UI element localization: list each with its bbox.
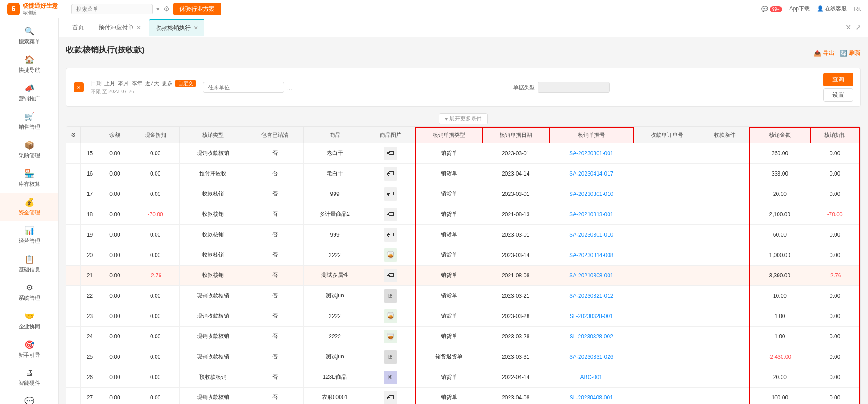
verify-bill-link[interactable]: SL-20230328-002 — [570, 333, 613, 340]
cell-settings[interactable] — [66, 285, 81, 306]
goods-img-placeholder: 🏷 — [384, 167, 397, 181]
top-search-input[interactable] — [71, 4, 153, 14]
cell-verify-bill-no[interactable]: SA-20230301-010 — [549, 224, 633, 245]
cell-settings[interactable] — [66, 387, 81, 404]
date-this-month[interactable]: 本月 — [118, 80, 129, 87]
cell-verify-bill-no[interactable]: SA-20230301-001 — [549, 143, 633, 163]
sidebar-item-6[interactable]: 💰资金管理 — [0, 193, 58, 221]
cell-verify-bill-no[interactable]: SA-20230314-008 — [549, 245, 633, 265]
cell-verify-bill-no[interactable]: SA-20210813-001 — [549, 204, 633, 224]
unit-input[interactable] — [203, 82, 284, 93]
verify-bill-link[interactable]: SA-20210808-001 — [569, 272, 613, 279]
verify-bill-link[interactable]: ABC-001 — [580, 374, 602, 380]
cell-settings[interactable] — [66, 306, 81, 326]
table-row: 25 0.00 0.00 现销收款核销 否 测试jun 图 销货退货单 2023… — [66, 347, 860, 367]
cell-num: 18 — [81, 204, 99, 224]
col-settings[interactable]: ⚙ — [66, 127, 81, 143]
settings-icon[interactable]: ⚙ — [163, 5, 170, 13]
cell-verify-bill-no[interactable]: SA-20230414-017 — [549, 163, 633, 184]
cell-verify-bill-no[interactable]: SL-20230408-001 — [549, 387, 633, 404]
sidebar-item-3[interactable]: 🛒销售管理 — [0, 107, 58, 136]
sidebar-item-2[interactable]: 📣营销推广 — [0, 79, 58, 107]
cell-goods-img: 🏷 — [366, 265, 415, 285]
verify-bill-link[interactable]: SA-20230321-012 — [569, 293, 613, 299]
cell-settings[interactable] — [66, 347, 81, 367]
cell-settings[interactable] — [66, 367, 81, 387]
app-download[interactable]: App下载 — [789, 5, 810, 13]
date-last-month[interactable]: 上月 — [104, 80, 115, 87]
cell-num: 19 — [81, 224, 99, 245]
verify-bill-link[interactable]: SL-20230408-001 — [570, 394, 613, 401]
tab-verify-close[interactable]: ✕ — [193, 25, 198, 31]
page-title: 收款核销执行(按收款) — [66, 44, 145, 55]
date-this-year[interactable]: 本年 — [132, 80, 142, 87]
cell-settings[interactable] — [66, 184, 81, 204]
cell-balance: 0.00 — [99, 184, 131, 204]
close-all-icon[interactable]: ✕ — [845, 23, 851, 32]
sidebar-item-11[interactable]: 🎯新手引导 — [0, 335, 58, 364]
sidebar-item-7[interactable]: 📊经营管理 — [0, 221, 58, 250]
cell-balance: 0.00 — [99, 245, 131, 265]
cell-verify-amount: 2,100.00 — [749, 204, 810, 224]
cell-verify-bill-no[interactable]: SA-20230321-012 — [549, 285, 633, 306]
unit-dots[interactable]: ... — [287, 84, 292, 91]
cell-settings[interactable] — [66, 143, 81, 163]
cell-cash-discount: 0.00 — [131, 347, 180, 367]
query-button[interactable]: 查询 — [823, 73, 853, 86]
export-btn[interactable]: 📤 导出 — [814, 49, 835, 57]
dropdown-arrow[interactable]: ▾ — [156, 5, 160, 12]
industry-btn[interactable]: 休验行业方案 — [173, 3, 221, 15]
tab-home[interactable]: 首页 — [66, 19, 90, 36]
cell-verify-discount: 0.00 — [810, 367, 860, 387]
sidebar-item-10[interactable]: 🤝企业协同 — [0, 307, 58, 335]
cell-settings[interactable] — [66, 326, 81, 347]
sidebar-item-9[interactable]: ⚙系统管理 — [0, 278, 58, 307]
cell-settings[interactable] — [66, 245, 81, 265]
cell-verify-bill-no[interactable]: SA-20230331-026 — [549, 347, 633, 367]
settings-button[interactable]: 设置 — [823, 88, 853, 102]
date-more[interactable]: 更多 — [162, 80, 173, 87]
verify-bill-link[interactable]: SA-20230314-008 — [569, 252, 613, 258]
tab-bar: 首页 预付冲应付单 ✕ 收款核销执行 ✕ ✕ ⤢ — [59, 18, 868, 37]
refresh-btn[interactable]: 🔄 刷新 — [840, 49, 861, 57]
message-icon[interactable]: 💬 99+ — [761, 6, 782, 12]
goods-img-placeholder: 🏷 — [384, 391, 397, 404]
tab-prepay[interactable]: 预付冲应付单 ✕ — [92, 19, 147, 36]
cell-verify-bill-no[interactable]: ABC-001 — [549, 367, 633, 387]
cell-verify-bill-no[interactable]: SA-20210808-001 — [549, 265, 633, 285]
cell-receipt-condition — [700, 347, 749, 367]
cell-settings[interactable] — [66, 204, 81, 224]
expand-conditions-btn[interactable]: ▾ 展开更多条件 — [439, 113, 488, 124]
online-service[interactable]: 👤 在线客服 — [817, 5, 847, 13]
verify-bill-link[interactable]: SL-20230328-001 — [570, 313, 613, 319]
sidebar-item-4[interactable]: 📦采购管理 — [0, 136, 58, 164]
cell-settings[interactable] — [66, 163, 81, 184]
sidebar-item-0[interactable]: 🔍搜索菜单 — [0, 22, 58, 50]
sidebar-label-9: 系统管理 — [19, 295, 40, 302]
verify-bill-link[interactable]: SA-20210813-001 — [569, 211, 613, 218]
cell-verify-bill-no[interactable]: SA-20230301-010 — [549, 184, 633, 204]
sidebar-item-8[interactable]: 📋基础信息 — [0, 250, 58, 278]
sidebar-item-13[interactable]: 💬企业微信 — [0, 392, 58, 404]
tab-prepay-close[interactable]: ✕ — [137, 24, 141, 31]
sidebar-item-1[interactable]: 🏠快捷导航 — [0, 50, 58, 79]
verify-bill-link[interactable]: SA-20230301-010 — [569, 232, 613, 238]
tab-verify[interactable]: 收款核销执行 ✕ — [149, 19, 204, 36]
single-type-select[interactable] — [538, 82, 610, 93]
verify-bill-link[interactable]: SA-20230331-026 — [569, 354, 613, 360]
app-name: 畅捷通好生意 — [23, 2, 58, 10]
cell-verify-discount: 0.00 — [810, 224, 860, 245]
sidebar-item-12[interactable]: 🖨智能硬件 — [0, 364, 58, 392]
cell-settings[interactable] — [66, 265, 81, 285]
verify-bill-link[interactable]: SA-20230301-010 — [569, 191, 613, 197]
date-custom-btn[interactable]: 自定义 — [175, 80, 196, 87]
cell-settings[interactable] — [66, 224, 81, 245]
cell-verify-bill-no[interactable]: SL-20230328-002 — [549, 326, 633, 347]
expand-icon[interactable]: ⤢ — [855, 23, 861, 32]
filter-expand-arrow[interactable]: » — [74, 82, 84, 92]
date-7days[interactable]: 近7天 — [145, 80, 159, 87]
sidebar-item-5[interactable]: 🏪库存核算 — [0, 164, 58, 193]
cell-verify-bill-no[interactable]: SL-20230328-001 — [549, 306, 633, 326]
verify-bill-link[interactable]: SA-20230414-017 — [569, 171, 613, 177]
verify-bill-link[interactable]: SA-20230301-001 — [569, 150, 613, 157]
